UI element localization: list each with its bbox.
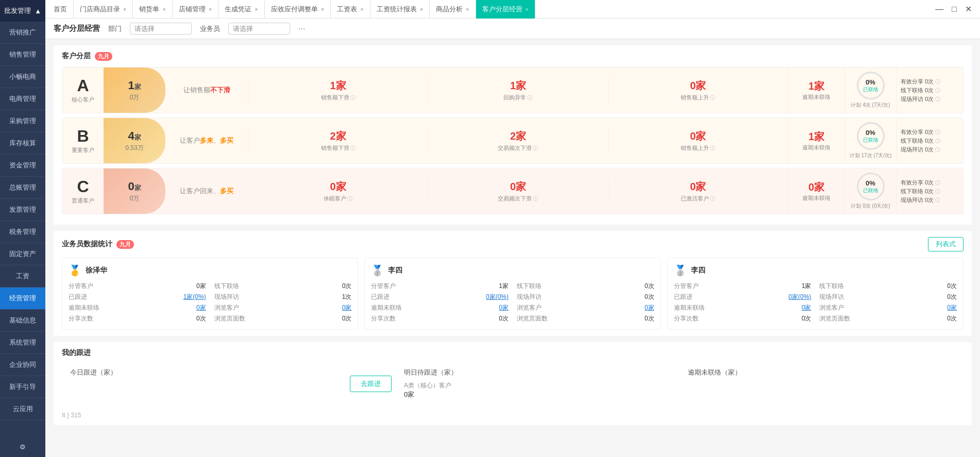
staff-metric-row-0-1: 线下联络 0次 bbox=[214, 282, 352, 291]
tier-circle-A: 0% 已联络 计划 4次 (7天/次) bbox=[844, 67, 896, 113]
tier-row-A: A 核心客户 1家 0万 让销售额不下滑 1家 销售额下滑 ⓘ 1家 回购异常 … bbox=[62, 67, 964, 113]
sidebar-item-16[interactable]: 新手引导 bbox=[0, 376, 45, 398]
sidebar-item-8[interactable]: 发票管理 bbox=[0, 199, 45, 221]
content-area: 客户分层 九月 A 核心客户 1家 0万 让销售额不下滑 1家 销售额下滑 ⓘ … bbox=[45, 39, 980, 457]
list-view-btn[interactable]: 列表式 bbox=[928, 237, 964, 251]
sidebar-item-4[interactable]: 采购管理 bbox=[0, 110, 45, 132]
sidebar-item-0[interactable]: 营销推广 bbox=[0, 22, 45, 44]
sidebar-item-15[interactable]: 企业协同 bbox=[0, 354, 45, 376]
tab-3[interactable]: 店铺管理× bbox=[173, 0, 218, 19]
sidebar-settings[interactable]: ⚙ bbox=[0, 437, 45, 457]
tab-close-1[interactable]: × bbox=[123, 6, 126, 12]
sidebar-header[interactable]: 批发管理 ▲ bbox=[0, 0, 45, 22]
tab-close-btn[interactable]: ✕ bbox=[963, 3, 974, 15]
tab-0[interactable]: 首页 bbox=[47, 0, 74, 19]
staff-metric-row-2-4: 逾期未联络 0家 bbox=[674, 303, 812, 312]
tab-2[interactable]: 销货单× bbox=[133, 0, 172, 19]
staff-metric-row-2-6: 分享次数 0次 bbox=[674, 314, 812, 323]
tomorrow-followup-content: A类（核心）客户 0家 bbox=[404, 381, 671, 399]
tab-8[interactable]: 商品分析× bbox=[430, 0, 476, 19]
dept-label: 部门 bbox=[108, 24, 122, 33]
tier-suggestion-C: 让客户回来、多买 bbox=[165, 168, 248, 214]
go-followup-btn[interactable]: 去跟进 bbox=[350, 376, 392, 392]
staff-name-0: 徐泽华 bbox=[86, 266, 107, 275]
staff-section-title: 业务员数据统计 九月 bbox=[62, 240, 134, 249]
staff-metric-row-1-1: 线下联络 0次 bbox=[517, 282, 654, 291]
sidebar-item-7[interactable]: 总账管理 bbox=[0, 177, 45, 199]
metric-C-2: 0家 已激活客户 ⓘ bbox=[608, 178, 788, 205]
tier-row-C: C 普通客户 0家 0万 让客户回来、多买 0家 休眠客户 ⓘ 0家 交易频次下… bbox=[62, 168, 964, 214]
sidebar-item-2[interactable]: 小畅电商 bbox=[0, 66, 45, 88]
staff-metric-row-1-5: 浏览客户 0家 bbox=[517, 303, 654, 312]
tier-suggestion-A: 让销售额不下滑 bbox=[165, 67, 248, 113]
tab-close-4[interactable]: × bbox=[255, 6, 258, 12]
tab-minimize-btn[interactable]: — bbox=[933, 4, 945, 15]
staff-metric-row-0-5: 浏览客户 0家 bbox=[214, 303, 352, 312]
sidebar-item-5[interactable]: 库存核算 bbox=[0, 132, 45, 155]
staff-metric-row-0-3: 现场拜访 1次 bbox=[214, 293, 352, 301]
tier-stats-A: 有效分享 0次 ⓘ 线下联络 0次 ⓘ 现场拜访 0次 ⓘ bbox=[896, 67, 963, 113]
staff-name-1: 李四 bbox=[388, 266, 402, 275]
sidebar-item-11[interactable]: 工资 bbox=[0, 265, 45, 287]
tab-close-6[interactable]: × bbox=[360, 6, 363, 12]
page-title: 客户分层经营 bbox=[54, 24, 100, 33]
followup-header: 我的跟进 bbox=[62, 348, 964, 358]
staff-metrics-grid-0: 分管客户 0家 线下联络 0次 已跟进 1家(0%) 现场拜访 1次 逾期未联络… bbox=[69, 282, 351, 323]
staff-section-header: 业务员数据统计 九月 列表式 bbox=[62, 237, 964, 251]
tier-metrics-B: 2家 销售额下滑 ⓘ 2家 交易频次下滑 ⓘ 0家 销售额上升 ⓘ bbox=[248, 118, 788, 163]
sidebar-item-9[interactable]: 税务管理 bbox=[0, 221, 45, 243]
metric-A-1: 1家 回购异常 ⓘ bbox=[428, 77, 607, 104]
tab-close-8[interactable]: × bbox=[466, 6, 469, 12]
metric-B-2: 0家 销售额上升 ⓘ bbox=[608, 127, 788, 154]
staff-name-row-1: 🥈 李四 bbox=[371, 264, 654, 277]
tab-maximize-btn[interactable]: □ bbox=[950, 4, 959, 15]
tab-4[interactable]: 生成凭证× bbox=[218, 0, 264, 19]
tab-6[interactable]: 工资表× bbox=[331, 0, 370, 19]
customer-tier-section: 客户分层 九月 A 核心客户 1家 0万 让销售额不下滑 1家 销售额下滑 ⓘ … bbox=[54, 45, 972, 225]
sidebar-title: 批发管理 bbox=[4, 6, 31, 15]
metric-B-1: 2家 交易频次下滑 ⓘ bbox=[428, 127, 607, 154]
overdue-followup-label: 逾期未联络（家） bbox=[688, 368, 955, 377]
sidebar-item-3[interactable]: 电商管理 bbox=[0, 88, 45, 110]
staff-section: 业务员数据统计 九月 列表式 🥇 徐泽华 分管客户 0家 线下联络 0次 已跟进 bbox=[54, 231, 972, 336]
tab-close-7[interactable]: × bbox=[420, 6, 423, 12]
sidebar-item-10[interactable]: 固定资产 bbox=[0, 243, 45, 265]
staff-select[interactable]: 请选择 bbox=[228, 23, 290, 35]
tab-1[interactable]: 门店商品目录× bbox=[74, 0, 133, 19]
staff-metric-row-2-1: 线下联络 0次 bbox=[819, 282, 957, 291]
tab-7[interactable]: 工资统计报表× bbox=[370, 0, 430, 19]
tomorrow-followup-card: 明日待跟进（家） A类（核心）客户 0家 bbox=[396, 364, 680, 403]
sidebar-item-13[interactable]: 基础信息 bbox=[0, 310, 45, 332]
tab-9[interactable]: 客户分层经营× bbox=[476, 0, 535, 19]
dept-select[interactable]: 请选择 bbox=[130, 23, 192, 35]
staff-metric-row-1-0: 分管客户 1家 bbox=[371, 282, 509, 291]
tier-name-C: 普通客户 bbox=[72, 197, 94, 205]
tier-stats-C: 有效分享 0次 ⓘ 线下联络 0次 ⓘ 现场拜访 0次 ⓘ bbox=[896, 168, 963, 214]
tier-suggestion-B: 让客户多来、多买 bbox=[165, 118, 248, 163]
tab-close-2[interactable]: × bbox=[162, 6, 165, 12]
staff-badge-1: 🥈 bbox=[371, 264, 384, 277]
tab-5[interactable]: 应收应付调整单× bbox=[265, 0, 331, 19]
a-tier-label: A类（核心）客户 bbox=[404, 381, 671, 390]
sidebar-collapse-icon: ▲ bbox=[35, 7, 41, 15]
sidebar-item-1[interactable]: 销售管理 bbox=[0, 44, 45, 66]
tab-close-3[interactable]: × bbox=[209, 6, 212, 12]
staff-card-1: 🥈 李四 分管客户 1家 线下联络 0次 已跟进 0家(0%) 现场拜访 0次 bbox=[364, 258, 661, 330]
sidebar-item-6[interactable]: 资金管理 bbox=[0, 155, 45, 177]
tier-name-A: 核心客户 bbox=[72, 96, 94, 104]
sidebar-item-17[interactable]: 云应用 bbox=[0, 398, 45, 420]
tier-contact-A: 1家 逾期未联络 bbox=[788, 67, 844, 113]
staff-metric-row-2-2: 已跟进 0家(0%) bbox=[674, 293, 812, 301]
more-icon[interactable]: ··· bbox=[298, 24, 305, 33]
sidebar: 批发管理 ▲ 营销推广销售管理小畅电商电商管理采购管理库存核算资金管理总账管理发… bbox=[0, 0, 45, 457]
sidebar-item-14[interactable]: 系统管理 bbox=[0, 332, 45, 354]
tomorrow-followup-label: 明日待跟进（家） bbox=[404, 368, 671, 377]
tab-close-5[interactable]: × bbox=[321, 6, 324, 12]
customer-month-badge: 九月 bbox=[95, 52, 112, 61]
tab-close-9[interactable]: × bbox=[526, 6, 529, 12]
staff-metric-row-2-3: 现场拜访 0次 bbox=[819, 293, 957, 301]
sidebar-item-12[interactable]: 经营管理 bbox=[0, 287, 45, 310]
tier-circle-C: 0% 已联络 计划 0次 (0天/次) bbox=[844, 168, 896, 214]
today-followup-label: 今日跟进（家） bbox=[70, 368, 337, 377]
followup-section: 我的跟进 今日跟进（家） 去跟进 明日待跟进（家） A类（核心）客户 0家 bbox=[54, 342, 972, 425]
